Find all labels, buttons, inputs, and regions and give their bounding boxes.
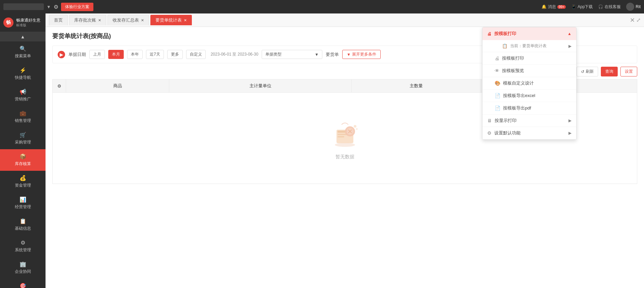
display-print-label: 按显示打印 [495, 118, 517, 124]
dropdown-collapse-icon[interactable]: ▲ [567, 31, 572, 36]
template-preview-label: 按模板预览 [502, 68, 524, 74]
online-service-btn[interactable]: 🎧 在线客服 [598, 4, 621, 10]
sidebar-item-newbie[interactable]: 🎯 新手引导 [0, 279, 46, 288]
dropdown-group-display-print[interactable]: 🖥 按显示打印 ▶ [482, 115, 576, 127]
dropdown-item-template-excel[interactable]: 📄 按模板导出excel [482, 90, 576, 102]
sidebar-item-operation[interactable]: 📊 经营管理 [0, 192, 46, 214]
purchase-icon: 🛒 [20, 132, 26, 138]
filter-expand-btn[interactable]: ▶ [58, 51, 65, 58]
tab-receivable-summary-label: 收发存汇总表 [113, 17, 139, 23]
sidebar-item-label: 营销推广 [15, 96, 31, 102]
expand-more-conditions-btn[interactable]: ▼ 展开更多条件 [342, 50, 381, 59]
dropdown-header[interactable]: 🖨 按模板打印 ▲ [482, 27, 576, 40]
tab-inventory-batch-close[interactable]: ✕ [98, 18, 101, 23]
scroll-up-btn[interactable]: ▲ [0, 32, 46, 41]
gear-icon[interactable]: ⚙ [54, 4, 58, 10]
template-excel-icon: 📄 [495, 93, 500, 98]
dropdown-group-set-default[interactable]: ⚙ 设置默认功能 ▶ [482, 127, 576, 139]
date-btn-7days[interactable]: 近7天 [146, 50, 164, 59]
empty-text: 暂无数据 [335, 154, 354, 160]
settings-btn[interactable]: 设置 [620, 67, 637, 76]
print-header-icon: 🖨 [487, 31, 492, 36]
sidebar-item-enterprise[interactable]: 🏢 企业协同 [0, 257, 46, 279]
date-btn-this-month[interactable]: 本月 [108, 50, 124, 59]
dropdown-arrow-icon[interactable]: ▼ [47, 4, 51, 9]
dropdown-item-template-pdf[interactable]: 📄 按模板导出pdf [482, 102, 576, 115]
tab-order-stats-close[interactable]: ✕ [184, 18, 187, 23]
user-avatar[interactable]: Rit [626, 3, 641, 11]
display-print-left: 🖥 按显示打印 [487, 118, 517, 124]
messages-badge: 99+ [557, 5, 566, 9]
page-content: 要货单统计表(按商品) ▶ 单据日期 上月 本月 本年 近7天 更多 自定义 2… [46, 27, 644, 288]
dropdown-item-template-custom[interactable]: 🎨 模板自定义设计 [482, 77, 576, 90]
date-btn-custom[interactable]: 自定义 [186, 50, 206, 59]
dropdown-current-template[interactable]: 📋 当前：要货单统计表 ▶ [482, 40, 576, 52]
enterprise-icon: 🏢 [20, 261, 26, 267]
tab-bar: 首页 库存批次账 ✕ 收发存汇总表 ✕ 要货单统计表 ✕ ✕ ⤢ [46, 13, 644, 27]
sidebar-item-label: 快捷导航 [15, 75, 31, 81]
tab-receivable-summary[interactable]: 收发存汇总表 ✕ [108, 15, 149, 25]
dropdown-title-text: 按模板打印 [494, 31, 516, 37]
col-settings[interactable]: ⚙ [53, 79, 66, 93]
top-bar: ▼ ⚙ 体验行业方案 🔔 消息 99+ 📱 App下载 🎧 在线客服 Rit [0, 0, 644, 13]
expand-tabs-btn[interactable]: ⤢ [636, 17, 641, 23]
sidebar-item-label: 搜索菜单 [15, 53, 31, 59]
sidebar-item-search[interactable]: 🔍 搜索菜单 [0, 41, 46, 63]
messages-btn[interactable]: 🔔 消息 99+ [541, 4, 566, 10]
tab-home-label: 首页 [54, 17, 63, 23]
refresh-btn[interactable]: ↺ 刷新 [577, 67, 598, 76]
logo-text: 畅康通好生意 标准版 [16, 18, 40, 28]
col-unit: 主计量单位 [169, 79, 352, 93]
logo-icon: 畅 [3, 18, 13, 28]
top-bar-left: ▼ ⚙ 体验行业方案 [3, 3, 541, 11]
tab-home[interactable]: 首页 [49, 15, 68, 25]
sidebar-item-purchase[interactable]: 🛒 采购管理 [0, 128, 46, 149]
expand-icon: ▼ [347, 52, 351, 57]
newbie-icon: 🎯 [20, 283, 26, 288]
empty-illustration [328, 116, 362, 150]
system-icon: ⚙ [21, 239, 25, 246]
tab-inventory-batch[interactable]: 库存批次账 ✕ [69, 15, 106, 25]
query-btn[interactable]: 查询 [601, 67, 618, 76]
current-arrow-icon: ▶ [568, 44, 572, 49]
order-type-select[interactable]: 单据类型 ▼ [262, 50, 322, 59]
col-goods: 商品 [66, 79, 169, 93]
sidebar-item-quick-nav[interactable]: ⚡ 快捷导航 [0, 63, 46, 85]
tab-inventory-batch-label: 库存批次账 [74, 17, 96, 23]
set-default-left: ⚙ 设置默认功能 [487, 130, 521, 136]
current-template-label: 当前：要货单统计表 [510, 43, 547, 49]
online-service-label: 在线客服 [605, 4, 621, 10]
set-default-label: 设置默认功能 [494, 130, 521, 136]
date-btn-this-year[interactable]: 本年 [127, 50, 143, 59]
date-btn-prev-month[interactable]: 上月 [89, 50, 105, 59]
messages-label: 消息 [548, 4, 556, 10]
tab-receivable-summary-close[interactable]: ✕ [141, 18, 144, 23]
dropdown-item-template-preview[interactable]: 👁 按模板预览 [482, 65, 576, 77]
quick-nav-icon: ⚡ [20, 67, 26, 73]
trial-btn[interactable]: 体验行业方案 [61, 3, 93, 11]
search-input[interactable] [3, 3, 44, 10]
main-layout: 畅 畅康通好生意 标准版 ▲ 🔍 搜索菜单 ⚡ 快捷导航 📢 营销推广 💼 销售… [0, 13, 644, 288]
expand-more-label: 展开更多条件 [352, 52, 376, 57]
sidebar-item-finance[interactable]: 💰 资金管理 [0, 171, 46, 192]
sidebar-item-label: 系统管理 [15, 247, 31, 253]
sales-icon: 💼 [20, 110, 26, 117]
set-default-icon: ⚙ [487, 130, 492, 136]
sidebar-item-basic[interactable]: 📋 基础信息 [0, 214, 46, 235]
date-btn-more[interactable]: 更多 [167, 50, 183, 59]
sidebar-item-inventory[interactable]: 📦 库存核算 [0, 149, 46, 171]
finance-icon: 💰 [20, 175, 26, 181]
sidebar-item-sales[interactable]: 💼 销售管理 [0, 106, 46, 128]
sidebar-item-system[interactable]: ⚙ 系统管理 [0, 235, 46, 257]
close-all-tabs-btn[interactable]: ✕ [630, 17, 635, 24]
search-menu-icon: 🔍 [20, 45, 26, 52]
download-icon: 📱 [571, 4, 576, 9]
tab-order-stats-label: 要货单统计表 [155, 17, 182, 23]
svg-point-10 [356, 128, 358, 130]
order-goods-label: 要货单 [326, 52, 339, 58]
tab-order-stats[interactable]: 要货单统计表 ✕ [150, 15, 192, 25]
template-pdf-label: 按模板导出pdf [503, 105, 531, 111]
dropdown-item-template-print[interactable]: 🖨 按模板打印 [482, 52, 576, 65]
sidebar-item-marketing[interactable]: 📢 营销推广 [0, 85, 46, 106]
app-download-btn[interactable]: 📱 App下载 [571, 4, 593, 10]
